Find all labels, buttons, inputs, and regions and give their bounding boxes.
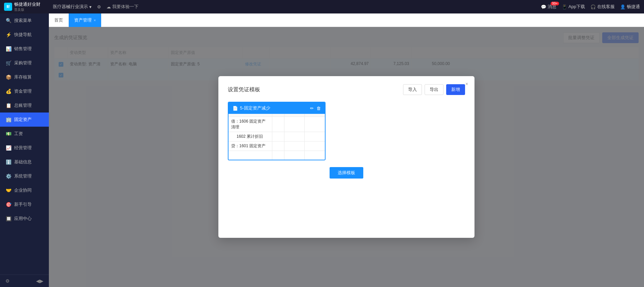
sidebar-label-payroll: 工资 <box>14 131 23 137</box>
dialog-close-button[interactable]: × <box>463 80 470 88</box>
template-name: 5-固定资产减少 <box>240 105 270 111</box>
download-icon: 📱 <box>562 4 567 9</box>
sidebar-item-quick-nav[interactable]: ⚡ 快捷导航 <box>0 28 49 42</box>
sidebar-item-guide[interactable]: 🎯 新手引导 <box>0 197 49 212</box>
message-icon: 💬 <box>541 4 546 9</box>
sidebar-label-operations: 经营管理 <box>14 145 32 151</box>
template-card: 📄 5-固定资产减少 ✏ 🗑 <box>228 102 326 160</box>
message-badge: 99+ <box>551 2 559 5</box>
sidebar-label-enterprise: 企业协同 <box>14 187 32 193</box>
finance-icon: 💰 <box>5 88 11 94</box>
payroll-icon: 💵 <box>5 131 11 137</box>
ledger-icon: 📋 <box>5 102 11 108</box>
sales-icon: 📊 <box>5 46 11 52</box>
logo-icon: 财 <box>4 3 12 11</box>
app-name: 畅捷通好业财 <box>14 1 40 7</box>
sidebar-label-basic-info: 基础信息 <box>14 159 32 165</box>
sidebar-item-fixed-assets[interactable]: 🏢 固定资产 <box>0 113 49 127</box>
sidebar-item-app-center[interactable]: 🔲 应用中心 <box>0 212 49 226</box>
dialog-title: 设置凭证模板 <box>228 86 260 93</box>
headset-icon: 🎧 <box>590 4 596 9</box>
operations-icon: 📈 <box>5 145 11 151</box>
cloud-icon: ☁ <box>106 4 111 9</box>
basic-info-icon: ℹ️ <box>5 159 11 165</box>
sidebar-label-finance: 资金管理 <box>14 88 32 94</box>
sidebar-settings-icon[interactable]: ⚙ <box>5 278 10 284</box>
sidebar-item-inventory[interactable]: 📦 库存核算 <box>0 70 49 84</box>
template-doc-icon: 📄 <box>233 106 238 111</box>
inventory-icon: 📦 <box>5 74 11 80</box>
enterprise-icon: 🤝 <box>5 187 11 193</box>
app-download-button[interactable]: 📱 App下载 <box>562 4 585 10</box>
user-menu[interactable]: 👤 畅捷通 <box>620 4 640 10</box>
tab-bar: 首页 资产管理 × <box>49 13 644 27</box>
tab-asset-mgmt[interactable]: 资产管理 × <box>69 13 101 27</box>
sidebar-collapse-icon[interactable]: ◀▶ <box>36 278 43 284</box>
system-icon: ⚙️ <box>5 173 11 179</box>
template-delete-icon[interactable]: 🗑 <box>316 106 321 111</box>
sidebar-item-sales[interactable]: 📊 销售管理 <box>0 42 49 56</box>
sidebar-item-system[interactable]: ⚙️ 系统管理 <box>0 169 49 183</box>
purchase-icon: 🛒 <box>5 60 11 66</box>
fixed-assets-icon: 🏢 <box>5 117 11 123</box>
sidebar-label-fixed-assets: 固定资产 <box>14 117 32 123</box>
sidebar-item-enterprise[interactable]: 🤝 企业协同 <box>0 183 49 197</box>
company-selector[interactable]: 医疗器械行业演示 ▾ <box>53 4 92 10</box>
modal-overlay: × 设置凭证模板 导入 导出 新增 <box>49 27 644 287</box>
select-template-button[interactable]: 选择模板 <box>330 167 363 179</box>
chevron-down-icon: ▾ <box>89 4 92 9</box>
experience-button[interactable]: ☁ 我要体验一下 <box>106 4 139 10</box>
tab-home[interactable]: 首页 <box>49 13 69 27</box>
import-button[interactable]: 导入 <box>403 84 422 95</box>
sidebar-label-search: 搜索菜单 <box>14 18 32 24</box>
sidebar-label-app-center: 应用中心 <box>14 216 32 222</box>
app-center-icon: 🔲 <box>5 216 11 222</box>
app-version: 普及版 <box>14 7 40 12</box>
quick-nav-icon: ⚡ <box>5 32 11 38</box>
sidebar-item-operations[interactable]: 📈 经营管理 <box>0 141 49 155</box>
sidebar-item-finance[interactable]: 💰 资金管理 <box>0 84 49 98</box>
sidebar-label-sales: 销售管理 <box>14 46 32 52</box>
guide-icon: 🎯 <box>5 201 11 208</box>
sidebar-label-system: 系统管理 <box>14 173 32 179</box>
sidebar-label-guide: 新手引导 <box>14 201 32 208</box>
sidebar-label-inventory: 库存核算 <box>14 74 32 80</box>
company-name: 医疗器械行业演示 <box>53 4 88 10</box>
message-button[interactable]: 💬 消息 99+ <box>541 4 556 10</box>
sidebar-item-search[interactable]: 🔍 搜索菜单 <box>0 13 49 28</box>
app-logo: 财 畅捷通好业财 普及版 <box>4 1 53 12</box>
voucher-template-dialog: × 设置凭证模板 导入 导出 新增 <box>218 76 474 238</box>
sidebar-item-payroll[interactable]: 💵 工资 <box>0 127 49 141</box>
sidebar-item-ledger[interactable]: 📋 总账管理 <box>0 98 49 113</box>
online-service-button[interactable]: 🎧 在线客服 <box>590 4 615 10</box>
settings-icon[interactable]: ⚙ <box>94 2 104 11</box>
sidebar-label-quick-nav: 快捷导航 <box>14 32 32 38</box>
sidebar-label-ledger: 总账管理 <box>14 102 32 108</box>
template-edit-icon[interactable]: ✏ <box>310 106 314 111</box>
sidebar-item-purchase[interactable]: 🛒 采购管理 <box>0 56 49 70</box>
sidebar-item-basic-info[interactable]: ℹ️ 基础信息 <box>0 155 49 169</box>
tab-close-icon[interactable]: × <box>94 18 96 22</box>
export-button[interactable]: 导出 <box>425 84 443 95</box>
avatar-icon: 👤 <box>620 4 625 9</box>
search-icon: 🔍 <box>5 18 11 24</box>
sidebar-label-purchase: 采购管理 <box>14 60 32 66</box>
new-button[interactable]: 新增 <box>446 84 465 95</box>
